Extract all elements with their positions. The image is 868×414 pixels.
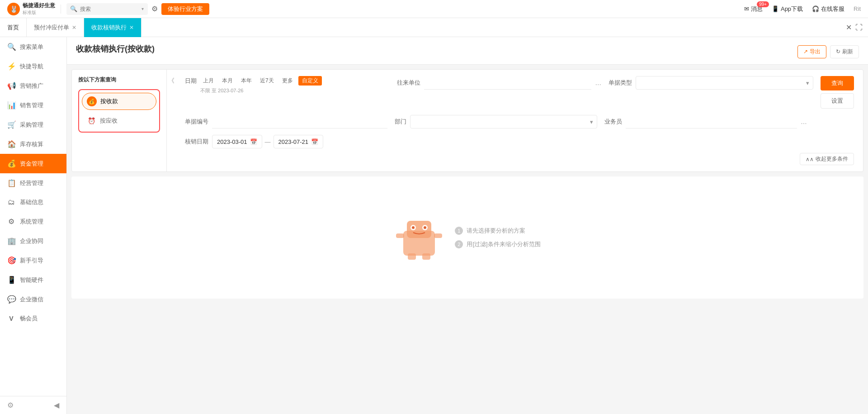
calendar-end-icon: 📅 — [311, 138, 318, 145]
salesperson-input[interactable] — [626, 115, 797, 128]
sidebar-item-quick-nav[interactable]: ⚡ 快捷导航 — [0, 57, 66, 76]
content-area: 收款核销执行(按收款) ↗ 导出 ↻ 刷新 按以下方案查询 — [67, 37, 868, 414]
svg-rect-8 — [396, 233, 404, 238]
query-btn-area: 查询 设置 — [821, 76, 854, 109]
service-icon: 🎧 — [812, 5, 819, 12]
writeoff-end-value: 2023-07-21 — [278, 138, 309, 145]
counterparty-input[interactable] — [424, 76, 592, 90]
sidebar-collapse-icon[interactable]: ◀ — [54, 401, 59, 409]
date-hint: 不限 至 2023-07-26 — [200, 87, 322, 94]
sidebar-item-label: 资金管理 — [20, 160, 43, 168]
sidebar-item-enterprise-collab[interactable]: 🏢 企业协同 — [0, 231, 66, 251]
sidebar-item-system[interactable]: ⚙ 系统管理 — [0, 212, 66, 231]
quick-nav-icon: ⚡ — [7, 62, 15, 71]
empty-state-container: 1 请先选择要分析的方案 2 用[过滤]条件来缩小分析范围 — [394, 213, 540, 262]
date-tab-last-month[interactable]: 上月 — [200, 76, 217, 86]
voucher-type-arrow-icon: ▾ — [806, 80, 809, 86]
sidebar-settings-icon[interactable]: ⚙ — [7, 401, 14, 409]
filter-voucher-type-item: 单据类型 ▾ — [609, 76, 813, 90]
user-profile[interactable]: Rit — [854, 5, 861, 12]
date-range-separator: — — [265, 138, 271, 145]
solution-button[interactable]: 体验行业方案 — [161, 3, 209, 15]
by-receipt-icon: 💰 — [87, 96, 97, 106]
sidebar-item-label: 采购管理 — [20, 121, 43, 129]
calendar-start-icon: 📅 — [250, 138, 257, 145]
online-service-button[interactable]: 🎧 在线客服 — [812, 5, 844, 13]
sales-icon: 📊 — [7, 101, 15, 109]
sidebar-item-finance[interactable]: 💰 资金管理 — [0, 154, 66, 173]
brand-name: 畅捷通好生意 — [23, 2, 55, 10]
date-tab-this-month[interactable]: 本月 — [219, 76, 236, 86]
sidebar-item-purchase[interactable]: 🛒 采购管理 — [0, 115, 66, 134]
date-tab-7days[interactable]: 近7天 — [257, 76, 277, 86]
sidebar-item-inventory[interactable]: 🏠 库存核算 — [0, 134, 66, 154]
writeoff-start-date[interactable]: 2023-03-01 📅 — [212, 135, 262, 148]
message-button[interactable]: ✉ 消息 99+ — [744, 5, 763, 13]
search-menu-icon: 🔍 — [7, 43, 15, 51]
date-tab-more[interactable]: 更多 — [279, 76, 296, 86]
tab-expand-icon[interactable]: ⛶ — [855, 24, 863, 32]
sidebar-item-basic-info[interactable]: 🗂 基础信息 — [0, 193, 66, 212]
finance-icon: 💰 — [7, 159, 15, 168]
voucher-type-label: 单据类型 — [609, 79, 632, 87]
sidebar-item-marketing[interactable]: 📢 营销推广 — [0, 76, 66, 95]
filter-date-item: 日期 上月 本月 本年 近7天 更多 自定义 不限 至 2023-07-26 — [185, 76, 390, 94]
sidebar-item-label: 销售管理 — [20, 101, 43, 109]
settings-icon[interactable]: ⚙ — [151, 5, 158, 13]
tab-home[interactable]: 首页 — [0, 18, 27, 37]
tab-home-label: 首页 — [7, 24, 19, 32]
voucher-no-input[interactable] — [212, 115, 387, 128]
department-arrow-icon: ▾ — [590, 119, 593, 125]
tab-prepay[interactable]: 预付冲应付单 ✕ — [27, 18, 84, 37]
empty-robot-illustration — [394, 213, 444, 262]
date-label: 日期 — [185, 76, 197, 85]
search-input[interactable] — [80, 6, 139, 12]
enterprise-wechat-icon: 💬 — [7, 295, 15, 304]
tab-write-off[interactable]: 收款核销执行 ✕ — [84, 18, 142, 37]
sidebar-item-vip[interactable]: V 畅会员 — [0, 309, 66, 328]
app-download-label: App下载 — [781, 5, 803, 13]
sidebar-item-label: 基础信息 — [20, 198, 43, 206]
refresh-button[interactable]: ↻ 刷新 — [830, 45, 859, 58]
topbar-search-box[interactable]: 🔍 ▾ — [66, 3, 148, 15]
sidebar-item-sales[interactable]: 📊 销售管理 — [0, 95, 66, 115]
filter-collapse-btn[interactable]: 《 — [167, 70, 176, 171]
salesperson-dots-icon[interactable]: … — [801, 118, 807, 125]
date-inputs: 上月 本月 本年 近7天 更多 自定义 不限 至 2023-07-26 — [200, 76, 322, 94]
writeoff-end-date[interactable]: 2023-07-21 📅 — [274, 135, 324, 148]
tab-prepay-close-icon[interactable]: ✕ — [72, 24, 76, 31]
tab-prepay-label: 预付冲应付单 — [34, 24, 69, 32]
sidebar-item-operations[interactable]: 📋 经营管理 — [0, 173, 66, 193]
export-button[interactable]: ↗ 导出 — [797, 45, 826, 58]
export-label: 导出 — [810, 48, 821, 56]
app-download-button[interactable]: 📱 App下载 — [772, 5, 803, 13]
setting-button[interactable]: 设置 — [821, 93, 854, 109]
sidebar-item-label: 搜索菜单 — [20, 43, 43, 51]
date-tab-this-year[interactable]: 本年 — [238, 76, 255, 86]
operations-icon: 📋 — [7, 179, 15, 187]
tip-1-label: 请先选择要分析的方案 — [467, 227, 525, 235]
query-button[interactable]: 查询 — [821, 76, 854, 90]
sidebar-item-enterprise-wechat[interactable]: 💬 企业微信 — [0, 290, 66, 309]
brand-sub: 标准版 — [23, 10, 55, 16]
sidebar-item-smart-hardware[interactable]: 📱 智能硬件 — [0, 270, 66, 290]
sidebar-item-label: 经营管理 — [20, 179, 43, 187]
sidebar-item-search-menu[interactable]: 🔍 搜索菜单 — [0, 37, 66, 57]
sidebar-item-label: 营销推广 — [20, 82, 43, 90]
department-select[interactable]: ▾ — [410, 115, 597, 128]
voucher-type-select[interactable]: ▾ — [636, 76, 813, 90]
empty-tip-2: 2 用[过滤]条件来缩小分析范围 — [455, 240, 540, 248]
collapse-more-button[interactable]: ∧∧ 收起更多条件 — [800, 153, 854, 165]
filter-option-by-receivable[interactable]: ⏰ 按应收 — [82, 113, 156, 129]
counterparty-dots-icon[interactable]: … — [595, 79, 601, 86]
page-actions: ↗ 导出 ↻ 刷新 — [797, 45, 859, 58]
tab-write-off-close-icon[interactable]: ✕ — [129, 24, 134, 31]
department-label: 部门 — [395, 118, 406, 126]
online-service-label: 在线客服 — [821, 5, 844, 13]
tab-close-all-icon[interactable]: ✕ — [846, 23, 852, 32]
filter-option-by-receipt[interactable]: 💰 按收款 — [82, 93, 156, 110]
sidebar-item-guide[interactable]: 🎯 新手引导 — [0, 251, 66, 270]
filter-left-panel: 按以下方案查询 💰 按收款 ⏰ 按应收 — [72, 70, 167, 171]
date-tab-custom[interactable]: 自定义 — [298, 76, 322, 86]
svg-rect-7 — [422, 253, 430, 260]
